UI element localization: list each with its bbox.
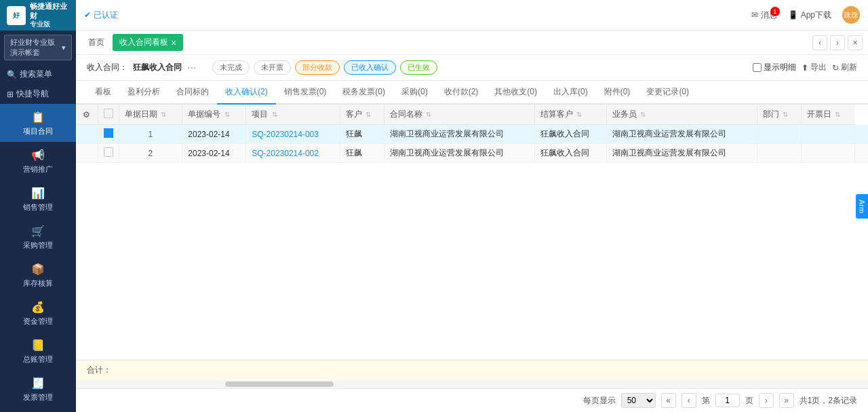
data-table: ⚙ 单据日期 ⇅ 单据编号 ⇅ 项目 ⇅ 客户 ⇅ 合同名称 ⇅ 结算客户 ⇅ …: [76, 105, 868, 163]
gear-col: ⚙: [76, 105, 98, 125]
tab-close-icon[interactable]: ×: [171, 38, 176, 48]
table-area: ⚙ 单据日期 ⇅ 单据编号 ⇅ 项目 ⇅ 客户 ⇅ 合同名称 ⇅ 结算客户 ⇅ …: [76, 105, 868, 412]
more-options-btn[interactable]: ···: [187, 62, 196, 74]
sidebar-item-general[interactable]: 📒总账管理: [0, 332, 76, 370]
export-btn[interactable]: ⬆ 导出: [802, 62, 827, 73]
sidebar-item-label-purchase: 采购管理: [23, 240, 53, 250]
inner-tab-合同标的[interactable]: 合同标的: [168, 81, 217, 105]
inner-tab-采购[interactable]: 采购(0): [393, 81, 436, 105]
current-page-input[interactable]: [715, 394, 740, 407]
status-buttons: 未完成未开票部分收款已收入确认已生效: [212, 60, 437, 75]
row-checkbox[interactable]: [104, 147, 113, 157]
inner-tab-变更记录[interactable]: 变更记录(0): [638, 81, 697, 105]
logo-icon: 好: [7, 6, 26, 25]
show-detail-input[interactable]: [753, 63, 762, 72]
inner-tab-收入确认[interactable]: 收入确认(2): [217, 81, 276, 105]
sidebar-item-invoice_mgr[interactable]: 🧾发票管理: [0, 370, 76, 408]
page-unit-label: 页: [745, 395, 753, 407]
row-contract: 狂飙收入合同: [534, 144, 607, 163]
inner-tab-税务发票[interactable]: 税务发票(0): [334, 81, 393, 105]
th-salesperson: 业务员 ⇅: [607, 105, 757, 125]
row-project: 狂飙: [340, 144, 384, 163]
right-edge-note[interactable]: Arm: [856, 193, 868, 218]
finance-icon: 💰: [31, 299, 45, 314]
row-docno: SQ-20230214-002: [246, 144, 340, 163]
user-avatar[interactable]: 珠珠: [842, 6, 860, 24]
general-icon: 📒: [31, 337, 45, 352]
status-btn-未完成[interactable]: 未完成: [212, 60, 250, 75]
inner-tab-盈利分析[interactable]: 盈利分析: [119, 81, 168, 105]
status-btn-已生效[interactable]: 已生效: [400, 60, 437, 75]
status-btn-部分收款[interactable]: 部分收款: [295, 60, 340, 75]
check-col: [98, 105, 119, 125]
avatar: 珠珠: [842, 6, 860, 24]
status-btn-已收入确认[interactable]: 已收入确认: [344, 60, 396, 75]
search-menu-btn[interactable]: 🔍 搜索菜单: [0, 64, 76, 84]
status-btn-未开票[interactable]: 未开票: [254, 60, 291, 75]
sidebar-item-purchase[interactable]: 🛒采购管理: [0, 218, 76, 256]
logo-sub: 专业版: [30, 20, 69, 29]
sort-icon-opendate: ⇅: [835, 111, 840, 118]
row-num: 1: [119, 125, 182, 144]
per-page-label: 每页显示: [583, 395, 616, 407]
company-selector[interactable]: 好业财专业版演示帐套 ▾: [4, 35, 72, 60]
th-docno: 单据编号 ⇅: [182, 105, 246, 125]
next-page-btn[interactable]: ›: [759, 393, 774, 408]
row-salesperson: [757, 144, 801, 163]
app-download-btn[interactable]: 📱 App下载: [788, 10, 831, 21]
table-header: ⚙ 单据日期 ⇅ 单据编号 ⇅ 项目 ⇅ 客户 ⇅ 合同名称 ⇅ 结算客户 ⇅ …: [76, 105, 868, 125]
row-gear: [76, 144, 98, 163]
row-num: 2: [119, 144, 182, 163]
show-detail-checkbox[interactable]: 显示明细: [753, 62, 796, 73]
export-icon: ⬆: [802, 63, 808, 73]
sidebar-item-label-project: 项目合同: [23, 126, 53, 136]
row-checkbox[interactable]: [104, 128, 113, 138]
tab-close-all-btn[interactable]: ×: [848, 35, 863, 50]
sidebar-item-inventory[interactable]: 📦库存核算: [0, 256, 76, 294]
scrollbar-thumb[interactable]: [225, 381, 334, 387]
main-area: ✔ 已认证 ✉ 消息 1 📱 App下载 珠珠 首页 收入合同看板 ×: [76, 0, 868, 412]
active-tab[interactable]: 收入合同看板 ×: [113, 34, 183, 51]
inner-tab-收付款[interactable]: 收付款(2): [436, 81, 487, 105]
table-row[interactable]: 1 2023-02-14 SQ-20230214-003 狂飙 湖南卫视商业运营…: [76, 125, 868, 144]
refresh-label: 刷新: [841, 62, 857, 73]
inner-tab-其他收支[interactable]: 其他收支(0): [486, 81, 545, 105]
sort-icon-project: ⇅: [272, 111, 277, 118]
inner-tab-附件[interactable]: 附件(0): [596, 81, 639, 105]
active-tab-label: 收入合同看板: [119, 37, 168, 48]
tab-prev-btn[interactable]: ‹: [812, 35, 827, 50]
table-row[interactable]: 2 2023-02-14 SQ-20230214-002 狂飙 湖南卫视商业运营…: [76, 144, 868, 163]
certified-label: 已认证: [94, 10, 118, 21]
sidebar-item-project[interactable]: 📋项目合同: [0, 104, 76, 142]
sidebar-item-sales[interactable]: 📊销售管理: [0, 180, 76, 218]
sidebar-item-label-general: 总账管理: [23, 354, 53, 364]
select-all-checkbox[interactable]: [104, 109, 113, 118]
sidebar-logo: 好 畅捷通好业财 专业版: [0, 0, 76, 31]
row-dept: [801, 125, 854, 144]
export-label: 导出: [810, 62, 827, 73]
per-page-select[interactable]: 50 100 200: [621, 393, 656, 408]
sidebar-item-finance[interactable]: 💰资金管理: [0, 294, 76, 332]
quick-nav-btn[interactable]: ⊞ 快捷导航: [0, 84, 76, 104]
inner-tab-看板[interactable]: 看板: [87, 81, 119, 105]
doc-no-link[interactable]: SQ-20230214-003: [252, 130, 319, 139]
refresh-btn[interactable]: ↻ 刷新: [832, 62, 857, 73]
th-customer: 客户 ⇅: [340, 105, 384, 125]
pagination: 每页显示 50 100 200 « ‹ 第 页 › » 共1页，2条记录: [76, 388, 868, 412]
sidebar-item-marketing[interactable]: 📢营销推广: [0, 142, 76, 180]
inner-tabs: 看板盈利分析合同标的收入确认(2)销售发票(0)税务发票(0)采购(0)收付款(…: [76, 81, 868, 105]
message-btn[interactable]: ✉ 消息 1: [751, 10, 777, 21]
home-tab[interactable]: 首页: [81, 34, 111, 51]
doc-no-link[interactable]: SQ-20230214-002: [252, 149, 319, 158]
last-page-btn[interactable]: »: [779, 393, 794, 408]
sidebar-item-label-marketing: 营销推广: [23, 164, 53, 174]
horizontal-scrollbar[interactable]: [76, 380, 868, 388]
grid-icon: ⊞: [7, 90, 14, 99]
prev-page-btn[interactable]: ‹: [682, 393, 696, 408]
inner-tab-销售发票[interactable]: 销售发票(0): [276, 81, 335, 105]
sidebar-item-tax[interactable]: 🏛税务管理: [0, 408, 76, 412]
tab-next-btn[interactable]: ›: [830, 35, 845, 50]
first-page-btn[interactable]: «: [661, 393, 676, 408]
settings-icon[interactable]: ⚙: [83, 110, 90, 119]
inner-tab-出入库[interactable]: 出入库(0): [545, 81, 596, 105]
